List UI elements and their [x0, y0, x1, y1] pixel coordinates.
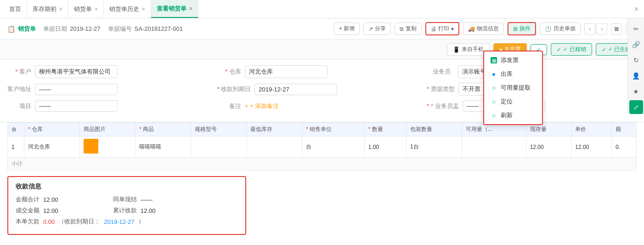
action-bar: 📱 来自手机 ● 未开票 ✓ ✓ ✓ 已核销 ✓ ✓ 已生效	[0, 40, 644, 60]
col-quantity: * 数量	[364, 123, 406, 137]
tab-inventory-init-close[interactable]: ×	[59, 6, 62, 12]
tab-inventory-init[interactable]: 库存期初 ×	[27, 0, 68, 18]
cumulative-label: 累计收款	[113, 206, 137, 215]
sales-staff-label: * 业务员盂	[427, 102, 462, 110]
copy-button[interactable]: ⧉ 复制	[395, 23, 422, 35]
logistics-button[interactable]: 🚚 物流信息	[463, 23, 504, 35]
payment-cumulative: 累计收款 12.00	[113, 206, 196, 215]
sidebar-user-icon[interactable]: 👤	[629, 69, 643, 83]
right-sidebar: ✏ 🔗 ↻ 👤 ★ ⤢	[627, 18, 644, 114]
share-button[interactable]: ↗ 分享	[363, 23, 391, 35]
row-min-stock	[246, 137, 302, 158]
warehouse-out-icon: ●	[491, 71, 497, 77]
subtotal-row: 小计	[8, 158, 637, 171]
doc-type-label: 销货单	[18, 25, 36, 33]
sold-badge[interactable]: ✓ ✓ 已核销	[551, 43, 592, 56]
add-invoice-item[interactable]: ▦ 添发票	[484, 53, 542, 67]
operation-icon: ⊞	[513, 26, 518, 32]
doc-date-label: 单据日期	[43, 25, 67, 33]
project-value[interactable]: ——	[35, 100, 118, 112]
grid-view-button[interactable]: ▦	[611, 23, 622, 34]
tab-sales-order[interactable]: 销货单 ×	[68, 0, 104, 18]
doc-meta: 单据日期 2019-12-27 单据编号 SA-20191227-001	[43, 25, 327, 33]
grid-icon: ▦	[614, 26, 619, 32]
print-button[interactable]: 🖨 打印 ▾	[425, 22, 459, 35]
locate-item[interactable]: ○ 定位	[484, 95, 542, 108]
same-order-label: 同单现结	[113, 195, 137, 204]
remark-label: 备注	[217, 102, 245, 110]
row-product-img	[79, 137, 135, 158]
project-label: 项目	[7, 102, 35, 110]
col-min-stock: 最低库存	[246, 123, 302, 137]
payment-same-order: 同单现结 ——	[113, 195, 196, 204]
table-section: ⚙ * 仓库 商品图片 * 商品 规格型号 最低库存 * 销售单位 * 数量 包…	[0, 122, 644, 171]
sidebar-expand-icon[interactable]: ⤢	[629, 100, 643, 114]
operation-button[interactable]: ⊞ 操作	[508, 22, 536, 35]
col-unit: * 销售单位	[302, 123, 364, 137]
customer-value[interactable]: 柳州粤港平安气体有限公司	[35, 65, 118, 78]
row-unit-price: 12.00	[571, 137, 612, 158]
col-unit-price: 单价	[571, 123, 612, 137]
warehouse-value[interactable]: 河北仓库	[245, 65, 328, 78]
add-remark-button[interactable]: + + 添加备注	[245, 102, 279, 110]
add-invoice-icon: ▦	[491, 57, 497, 63]
nav-arrows: ‹ ›	[584, 23, 607, 34]
due-date: 2019-12-27	[104, 218, 135, 225]
col-pack-qty: 包装数量	[407, 123, 462, 137]
address-field: 客户地址 ——	[7, 84, 217, 95]
available-pickup-label: 可用量提取	[501, 84, 531, 92]
history-button[interactable]: 🕐 历史单据	[540, 23, 581, 35]
refresh-item[interactable]: ○ 刷新	[484, 108, 542, 122]
row-product: 嘻嘻嘻嘻	[135, 137, 191, 158]
tab-bar: 首页 库存期初 × 销货单 × 销货单历史 × 查看销货单 × ×	[0, 0, 644, 18]
doc-date-value: 2019-12-27	[70, 25, 101, 32]
available-pickup-item[interactable]: ○ 可用量提取	[484, 81, 542, 95]
tab-view-sales[interactable]: 查看销货单 ×	[151, 0, 198, 18]
due-date-value[interactable]: 2019-12-27	[254, 84, 337, 95]
tab-sales-history[interactable]: 销货单历史 ×	[104, 0, 151, 18]
due-date-label: 收款到期日	[217, 85, 255, 93]
product-image	[84, 139, 98, 154]
payment-section: 收款信息 金额合计 12.00 同单现结 —— 成交金额 12.00 累计收款 …	[7, 176, 246, 235]
sidebar-edit-icon[interactable]: ✏	[629, 22, 643, 36]
due-date-field: 收款到期日 2019-12-27	[217, 84, 427, 95]
new-button[interactable]: + 新增	[334, 23, 360, 35]
tab-sales-order-close[interactable]: ×	[95, 6, 98, 12]
logistics-icon: 🚚	[468, 26, 475, 32]
sidebar-star-icon[interactable]: ★	[629, 85, 643, 98]
sidebar-refresh-icon[interactable]: ↻	[629, 53, 643, 67]
doc-number-field: 单据编号 SA-20191227-001	[108, 25, 183, 33]
total-label: 金额合计	[16, 195, 40, 204]
warehouse-label: 仓库	[217, 68, 245, 76]
tab-home[interactable]: 首页	[4, 0, 27, 18]
transaction-value: 12.00	[43, 207, 58, 214]
staff-label: 业务员	[427, 68, 454, 76]
due-end: ）	[138, 217, 144, 226]
form-section: 客户 柳州粤港平安气体有限公司 仓库 河北仓库 业务员 演示账号 客户地址 ——…	[0, 60, 644, 122]
subtotal-label: 小计	[8, 158, 637, 171]
print-dropdown-icon: ▾	[451, 26, 454, 32]
due-label: 本单欠款	[16, 217, 40, 226]
row-unit: 台	[302, 137, 364, 158]
address-value[interactable]: ——	[35, 84, 118, 95]
warehouse-out-item[interactable]: ● 出库	[484, 67, 542, 81]
doc-number-value: SA-20191227-001	[135, 25, 183, 32]
doc-type-icon: 📋	[7, 25, 15, 33]
refresh-label: 刷新	[501, 111, 513, 120]
refresh-icon: ○	[491, 112, 497, 119]
tab-sales-history-close[interactable]: ×	[142, 6, 145, 12]
doc-title: 📋 销货单	[7, 25, 36, 33]
prev-button[interactable]: ‹	[584, 23, 595, 34]
col-product-img: 商品图片	[79, 123, 135, 137]
doc-number-label: 单据编号	[108, 25, 132, 33]
row-warehouse: 河北仓库	[24, 137, 80, 158]
payment-title: 收款信息	[16, 182, 238, 191]
due-value: 0.00	[43, 218, 55, 225]
tab-view-sales-close[interactable]: ×	[189, 6, 192, 12]
col-settings[interactable]: ⚙	[8, 123, 24, 137]
sidebar-link-icon[interactable]: 🔗	[629, 38, 643, 51]
global-close-btn[interactable]: ×	[634, 5, 638, 13]
next-button[interactable]: ›	[596, 23, 607, 34]
main-content: 📋 销货单 单据日期 2019-12-27 单据编号 SA-20191227-0…	[0, 18, 644, 245]
total-value: 12.00	[43, 196, 58, 203]
